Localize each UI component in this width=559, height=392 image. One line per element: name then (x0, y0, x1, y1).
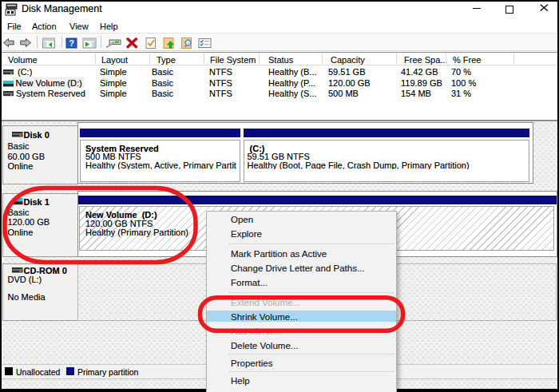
svg-text:?: ? (69, 38, 74, 48)
